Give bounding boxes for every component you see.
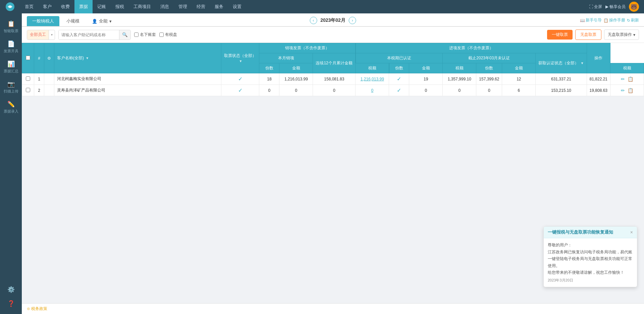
td-tax2-2: 0 (476, 85, 502, 96)
no-disk-ops-button[interactable]: 无盘取票操作 ▾ (604, 29, 639, 40)
sidebar-bottom: ⚙️ ❓ (6, 282, 16, 314)
select-all-checkbox[interactable] (26, 56, 30, 60)
td-amount2-1: 1,357,999.10 (443, 73, 476, 85)
nav-manage[interactable]: 管理 (174, 0, 192, 13)
th-tax3: 税额 (610, 63, 644, 73)
employee-dropdown-arrow[interactable]: ▾ (49, 30, 55, 40)
checkbox-sub-account[interactable]: 名下账套 (134, 32, 156, 38)
user-avatar[interactable]: 🐻 (629, 2, 639, 12)
td-checkbox-2[interactable] (22, 85, 34, 96)
refresh-link[interactable]: ↻ 刷新 (627, 17, 639, 23)
td-shares3-2: 6 (502, 85, 536, 96)
detail-button-1[interactable]: 📋 (628, 76, 633, 82)
notification-popup: 一键报税与无盘取票功能恢复通知 × 尊敬的用户： 江苏政务网已恢复访问电子税务局… (543, 226, 637, 287)
checkbox-has-disk[interactable]: 有税盘 (159, 32, 177, 38)
no-disk-fetch-button[interactable]: 无盘取票 (575, 29, 601, 40)
td-shares3-1: 12 (502, 73, 536, 85)
nav-fee[interactable]: 收费 (56, 0, 74, 13)
nav-message[interactable]: 消息 (156, 0, 174, 13)
nav-home[interactable]: 首页 (20, 0, 38, 13)
th-shares2: 份数 (389, 63, 409, 73)
employee-select[interactable]: 全部员工 ▾ (27, 30, 55, 40)
prev-month-button[interactable]: ‹ (310, 17, 317, 24)
td-company-2: 灵寿县尚泽矿产品有限公司 (54, 85, 221, 96)
nav-accounting[interactable]: 记账 (93, 0, 111, 13)
tab-all[interactable]: 👤 全能 ▾ (87, 16, 117, 26)
employee-select-label: 全部员工 (27, 30, 49, 40)
fetch-check-icon-1: ✓ (238, 76, 243, 82)
search-button[interactable]: 🔍 (119, 30, 130, 40)
nav-settings[interactable]: 设置 (228, 0, 246, 13)
tab-general-taxpayer[interactable]: 一般纳税人 (27, 16, 59, 26)
nav-customer[interactable]: 客户 (38, 0, 56, 13)
nav-service[interactable]: 服务 (210, 0, 228, 13)
table-row: 1 河北柯鑫梅实业有限公司 ✓ 18 1,216,013.99 158,081.… (22, 73, 644, 85)
settings-icon: ⚙️ (7, 286, 15, 293)
cert-status-filter-icon[interactable]: ▼ (581, 61, 584, 65)
sidebar-item-scan-upload[interactable]: 📷 扫描上传 (0, 77, 22, 97)
td-amount2-2: 0 (443, 85, 476, 96)
has-disk-checkbox[interactable] (159, 33, 164, 37)
edit-button-1[interactable]: ✏ (621, 76, 625, 82)
th-fetch-status: 取票状态（全部） ▼ (221, 43, 259, 73)
one-click-fetch-button[interactable]: 一键取票 (547, 30, 573, 40)
notification-close-button[interactable]: × (630, 230, 633, 235)
nav-business[interactable]: 工商项目 (129, 0, 156, 13)
sidebar-item-invoice-open[interactable]: 📄 发票开具 (0, 37, 22, 57)
smart-fetch-icon: 📋 (7, 20, 15, 27)
tax-policy-link[interactable]: ⊙ 税务政策 (27, 306, 47, 312)
fetch-status-filter-icon[interactable]: ▼ (239, 59, 242, 63)
td-checkbox-1[interactable] (22, 73, 34, 85)
edit-button-2[interactable]: ✏ (621, 88, 625, 93)
th-cumulative: 连续12个月累计金额 (313, 53, 356, 73)
search-input[interactable] (59, 30, 119, 40)
top-navigation: 首页 客户 收费 票据 记账 报税 工商项目 消息 管理 经营 服务 设置 ⛶ … (0, 0, 644, 13)
td-amount-2: 0 (279, 85, 313, 96)
tab-small-scale[interactable]: 小规模 (61, 16, 85, 26)
th-uncertified: 截止2023年03月未认证 (443, 53, 536, 63)
tax-policy-text: ⊙ 税务政策 (27, 306, 47, 312)
person-icon: 👤 (92, 19, 97, 24)
dropdown-arrow-icon: ▾ (633, 33, 635, 37)
invoice-table: # ⚙ 客户名称(全部) ▼ 取票状态（全部） ▼ 销项发票（不含作废票） 进项… (22, 43, 644, 96)
th-shares3: 份数 (476, 63, 502, 73)
nav-operation[interactable]: 经营 (192, 0, 210, 13)
nav-invoice[interactable]: 票据 (74, 0, 93, 13)
logo (3, 0, 17, 13)
company-filter-icon[interactable]: ▼ (86, 56, 89, 60)
sidebar: 📋 智能取票 📄 发票开具 📊 票据汇总 📷 扫描上传 ✏️ 票据录入 ⚙️ ❓ (0, 13, 22, 314)
th-shares1: 份数 (259, 63, 279, 73)
sub-account-checkbox[interactable] (134, 33, 139, 37)
th-amount3: 金额 (502, 63, 536, 73)
sidebar-item-invoice-entry[interactable]: ✏️ 票据录入 (0, 97, 22, 117)
manual-icon: 📋 (603, 18, 608, 23)
fullscreen-button[interactable]: ⛶ 全屏 (589, 4, 602, 10)
nav-menu: 首页 客户 收费 票据 记账 报税 工商项目 消息 管理 经营 服务 设置 (20, 0, 589, 13)
td-tax3-2: 19,808.63 (587, 85, 610, 96)
notification-date: 2023年3月20日 (548, 277, 633, 284)
td-fetch-status-1: ✓ (221, 73, 259, 85)
detail-button-2[interactable]: 📋 (628, 88, 633, 93)
scan-upload-icon: 📷 (7, 80, 15, 88)
td-amount3-2: 153,215.10 (536, 85, 587, 96)
manual-link[interactable]: 📋 操作手册 (603, 17, 625, 23)
cert-check-icon-1: ✓ (397, 76, 401, 82)
tab-bar: 一般纳税人 小规模 👤 全能 ▾ ‹ 2023年02月 › 📖 新手引导 (22, 13, 644, 26)
sidebar-item-invoice-summary[interactable]: 📊 票据汇总 (0, 57, 22, 77)
sidebar-item-settings[interactable]: ⚙️ (6, 282, 16, 297)
td-shares2-2: 0 (409, 85, 443, 96)
notification-body: 尊敬的用户： 江苏政务网已恢复访问电子税务局功能，易代账一键登陆电子税务局与无盘… (544, 238, 637, 287)
help-icon: ❓ (7, 300, 15, 307)
td-action-2: ✏ 📋 (610, 85, 644, 96)
data-table-wrap: # ⚙ 客户名称(全部) ▼ 取票状态（全部） ▼ 销项发票（不含作废票） 进项… (22, 43, 644, 96)
td-cumulative-1[interactable]: 1,216,013.99 (356, 73, 389, 85)
th-checkbox (22, 43, 34, 73)
td-cumulative-2[interactable]: 0 (356, 85, 389, 96)
new-guide-link[interactable]: 📖 新手引导 (580, 17, 602, 23)
member-button[interactable]: ▶ 畅享会员 (605, 4, 626, 10)
next-month-button[interactable]: › (349, 17, 356, 24)
sidebar-item-smart-fetch[interactable]: 📋 智能取票 (0, 17, 22, 37)
tab-bar-actions: 📖 新手引导 📋 操作手册 ↻ 刷新 (580, 17, 639, 25)
sidebar-item-help[interactable]: ❓ (6, 297, 16, 311)
nav-tax[interactable]: 报税 (111, 0, 129, 13)
